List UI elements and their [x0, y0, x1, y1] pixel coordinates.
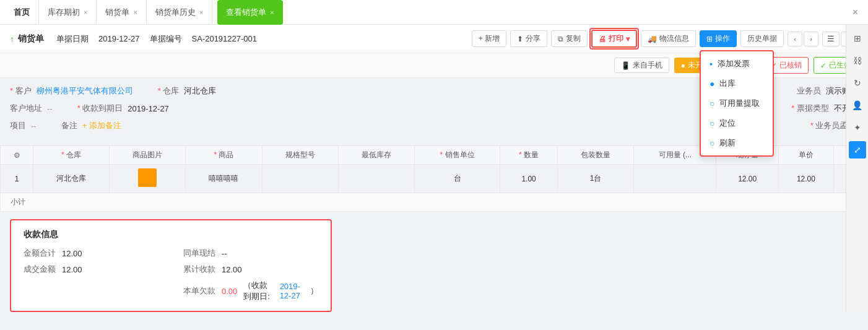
address-label: 客户地址	[10, 103, 42, 114]
logistics-button[interactable]: 🚚 物流信息	[641, 30, 696, 47]
locate-icon: ○	[710, 118, 714, 128]
number-label: 单据编号	[150, 33, 182, 45]
ticket-icon: ●	[681, 61, 685, 70]
table-row: 1 河北仓库 嘻嘻嘻嘻 台 1.00 1台 12.00 12.00 0.	[1, 165, 868, 193]
date-value: 2019-12-27	[98, 34, 140, 43]
col-unit: 销售单位	[414, 146, 500, 165]
operations-button[interactable]: ⊞ 操作	[700, 30, 737, 47]
tab-home[interactable]: 首页	[5, 0, 39, 25]
print-button[interactable]: 🖨 打印 ▾	[591, 30, 637, 48]
cell-product: 嘻嘻嘻嘻	[186, 165, 262, 193]
cell-image	[110, 165, 186, 193]
settings-icon[interactable]: ⚙	[14, 151, 20, 160]
tab-view-sales[interactable]: 查看销货单 ×	[217, 0, 282, 25]
cell-unit: 台	[414, 165, 500, 193]
subtotal-row: 小计	[1, 193, 868, 212]
cell-pack-qty: 1台	[558, 165, 634, 193]
tab-inventory-init[interactable]: 库存期初 ×	[39, 0, 97, 25]
customer-label: 客户	[10, 85, 32, 97]
current-owed-value: 0.00	[222, 287, 237, 296]
tab-bar-close-button[interactable]: ×	[848, 7, 863, 18]
col-min-stock: 最低库存	[338, 146, 414, 165]
number-value: SA-20191227-001	[192, 34, 258, 43]
tab-close-sales[interactable]: ×	[133, 9, 137, 16]
salesperson-label: 业务员	[797, 85, 821, 97]
add-note-button[interactable]: + 添加备注	[82, 120, 121, 131]
outbound-icon: ●	[710, 79, 714, 89]
transaction-amount-row: 成交金额 12.00	[24, 264, 158, 275]
sidebar-refresh-icon[interactable]: ↻	[849, 74, 866, 92]
current-owed-label: 本单欠款	[183, 285, 215, 297]
payment-grid: 金额合计 12.00 同单现结 -- 成交金额 12.00 累计收款 12.00…	[24, 248, 318, 302]
col-pack-qty: 包装数量	[558, 146, 634, 165]
print-icon: 🖨	[599, 35, 606, 43]
logistics-icon: 🚚	[648, 35, 657, 43]
refresh-icon: ○	[710, 138, 714, 148]
sidebar-expand-icon[interactable]: ⤢	[849, 141, 866, 158]
copy-button[interactable]: ⧉ 复制	[551, 30, 588, 47]
history-button[interactable]: 历史单据	[740, 30, 784, 47]
address-value: --	[47, 104, 53, 113]
tab-close-view-sales[interactable]: ×	[270, 9, 274, 16]
cell-available	[634, 165, 716, 193]
col-product: 商品	[186, 146, 262, 165]
sidebar-bookmark-icon[interactable]: ✦	[849, 119, 866, 136]
sidebar-user-icon[interactable]: 👤	[849, 97, 866, 114]
customer-value[interactable]: 柳州粤港平安气体有限公司	[37, 85, 133, 97]
total-amount-value: 12.00	[62, 249, 82, 258]
effective-icon: ✓	[820, 61, 827, 70]
col-quantity: 数量	[500, 146, 558, 165]
dropdown-outbound[interactable]: ● 出库	[701, 74, 773, 93]
tab-close-history[interactable]: ×	[199, 9, 203, 16]
payment-date-value: 2019-12-27	[128, 104, 169, 113]
project-field: 项目 --	[10, 120, 37, 131]
total-amount-row: 金额合计 12.00	[24, 248, 158, 259]
operations-container: ⊞ 操作 ▪ 添加发票 ● 出库 ○ 可用量提取	[700, 30, 737, 47]
total-amount-label: 金额合计	[24, 248, 56, 259]
dropdown-available-qty[interactable]: ○ 可用量提取	[701, 93, 773, 113]
copy-icon: ⧉	[558, 35, 563, 43]
address-field: 客户地址 --	[10, 103, 53, 114]
warehouse-field: 仓库 河北仓库	[158, 85, 217, 97]
next-arrow[interactable]: ›	[804, 32, 818, 46]
cell-unit-price: 12.00	[778, 165, 833, 193]
payment-date-label: 收款到期日	[77, 103, 123, 114]
doc-title: ↑ 销货单	[10, 33, 44, 45]
cumulative-payment-label: 累计收款	[183, 264, 215, 275]
share-button[interactable]: ⬆ 分享	[510, 30, 547, 47]
dropdown-refresh[interactable]: ○ 刷新	[701, 133, 773, 153]
mobile-icon: 📱	[621, 61, 630, 70]
project-value: --	[31, 121, 37, 131]
tab-sales-order[interactable]: 销货单 ×	[97, 0, 146, 25]
operations-icon: ⊞	[706, 35, 713, 43]
product-image	[138, 168, 157, 187]
print-highlight: 🖨 打印 ▾	[591, 30, 637, 48]
customer-field: 客户 柳州粤港平安气体有限公司	[10, 85, 133, 97]
prev-arrow[interactable]: ‹	[788, 32, 802, 46]
dropdown-locate[interactable]: ○ 定位	[701, 113, 773, 133]
print-dropdown-arrow: ▾	[626, 35, 630, 43]
payment-title: 收款信息	[24, 229, 318, 240]
cell-spec	[262, 165, 338, 193]
sidebar-link-icon[interactable]: ⛓	[849, 52, 866, 69]
from-mobile-button[interactable]: 📱 来自手机	[614, 58, 669, 73]
list-view-btn[interactable]: ☰	[822, 32, 840, 46]
warehouse-label: 仓库	[158, 85, 180, 97]
current-owed-date: 2019-12-27	[280, 282, 304, 300]
col-warehouse: 仓库	[33, 146, 110, 165]
tab-sales-history[interactable]: 销货单历史 ×	[147, 0, 212, 25]
payment-date-field: 收款到期日 2019-12-27	[77, 103, 169, 114]
col-unit-price: 单价	[778, 146, 833, 165]
tab-bar: 首页 库存期初 × 销货单 × 销货单历史 × 查看销货单 × ×	[0, 0, 868, 25]
doc-meta: 单据日期 2019-12-27 单据编号 SA-20191227-001	[56, 33, 257, 45]
add-button[interactable]: + 新增	[472, 30, 506, 47]
sidebar-copy-icon[interactable]: ⊞	[849, 30, 866, 47]
doc-type-icon: ↑	[10, 34, 14, 44]
subtotal-label: 小计	[1, 193, 868, 212]
col-spec: 规格型号	[262, 146, 338, 165]
same-order-value: --	[222, 249, 227, 258]
same-order-label: 同单现结	[183, 248, 215, 259]
document-header: ↑ 销货单 单据日期 2019-12-27 单据编号 SA-20191227-0…	[0, 25, 868, 53]
dropdown-add-invoice[interactable]: ▪ 添加发票	[701, 54, 773, 74]
tab-close-inventory[interactable]: ×	[84, 9, 87, 16]
